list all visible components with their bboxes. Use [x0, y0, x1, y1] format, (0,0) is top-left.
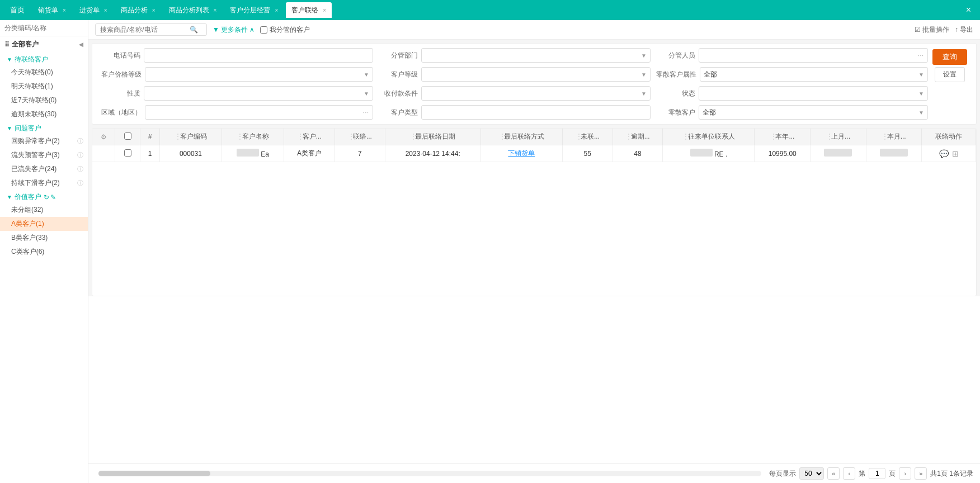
status-select[interactable]: ▼	[699, 86, 928, 101]
select-all-checkbox[interactable]	[124, 132, 131, 140]
dots-icon: ···	[363, 110, 369, 116]
query-button[interactable]: 查询	[932, 49, 967, 65]
sidebar-item-churned[interactable]: 已流失客户(24) ⓘ	[0, 162, 88, 176]
main-search-input[interactable]	[100, 26, 190, 34]
first-page-btn[interactable]: «	[827, 467, 840, 480]
row-index-cell: 1	[140, 145, 159, 162]
region-select[interactable]: ···	[145, 105, 373, 120]
my-customers-check[interactable]	[260, 26, 267, 34]
nav-tab-purchase[interactable]: 进货单 ×	[74, 2, 113, 18]
person-select[interactable]: ···	[699, 48, 928, 63]
row-last-way-cell[interactable]: 下销货单	[480, 145, 562, 162]
per-page-select[interactable]: 50	[799, 467, 824, 480]
nav-home[interactable]: 首页	[4, 3, 30, 17]
retail-attr-select[interactable]: 全部 ▼	[700, 67, 928, 82]
sidebar-item-declining[interactable]: 持续下滑客户(2) ⓘ	[0, 176, 88, 190]
close-icon[interactable]: ×	[152, 7, 156, 13]
masked-contacts	[690, 149, 713, 157]
nav-tab-analysis[interactable]: 商品分析 ×	[115, 2, 161, 18]
footer: 每页显示 50 « ‹ 第 页 › » 共1页 1条记录	[88, 463, 980, 483]
sidebar-item-tomorrow[interactable]: 明天待联络(1)	[0, 79, 88, 93]
next-page-btn[interactable]: ›	[899, 467, 911, 480]
dropdown-arrow-icon: ▼	[641, 91, 647, 97]
region-label: 区域（地区）	[101, 108, 142, 117]
my-customers-checkbox[interactable]: 我分管的客户	[260, 25, 310, 35]
page-input[interactable]	[869, 468, 885, 479]
sidebar-item-overdue[interactable]: 逾期未联络(30)	[0, 107, 88, 121]
search-input-wrap: 🔍	[95, 23, 207, 36]
sidebar-all-customers[interactable]: ⠿ 全部客户 ◀	[0, 36, 88, 53]
col-resizer[interactable]: ⋮	[576, 132, 579, 140]
close-icon[interactable]: ×	[275, 7, 278, 13]
nav-tab-customer-segment[interactable]: 客户分层经营 ×	[224, 2, 284, 18]
col-contact-count: ⋮ 联络...	[334, 129, 385, 145]
close-icon[interactable]: ×	[63, 7, 66, 13]
export-button[interactable]: ↑ 导出	[955, 25, 973, 35]
customer-type-select[interactable]	[421, 105, 651, 120]
data-table: ⚙ # ⋮ 客户编码 ⋮ 客户名称 ⋮ 客户...	[92, 129, 976, 162]
customer-level-select[interactable]: ▼	[421, 67, 651, 82]
sidebar-search-input[interactable]	[4, 24, 88, 32]
settings-button[interactable]: 设置	[935, 67, 965, 82]
sidebar-item-churn-warning[interactable]: 流失预警客户(3) ⓘ	[0, 148, 88, 162]
prev-page-btn[interactable]: ‹	[843, 467, 855, 480]
nav-tab-salesorder[interactable]: 销货单 ×	[32, 2, 72, 18]
row-this-year-cell: 10995.00	[755, 145, 811, 162]
retail-select[interactable]: 全部 ▼	[699, 105, 928, 120]
dept-select[interactable]: ▼	[421, 48, 651, 63]
close-icon[interactable]: ×	[104, 7, 107, 13]
phone-input[interactable]	[144, 48, 373, 63]
qr-icon[interactable]: ⊞	[952, 149, 959, 158]
col-resizer[interactable]: ⋮	[770, 132, 774, 140]
sidebar-group-pending[interactable]: ▼ 待联络客户	[0, 53, 88, 65]
contact-way-link[interactable]: 下销货单	[508, 149, 535, 157]
close-all-button[interactable]: ×	[962, 5, 976, 15]
sidebar-item-today[interactable]: 今天待联络(0)	[0, 65, 88, 79]
col-check	[115, 129, 140, 145]
close-icon[interactable]: ×	[323, 7, 326, 13]
sidebar-item-class-b[interactable]: B类客户(33)	[0, 231, 88, 245]
more-filters-button[interactable]: ▼ 更多条件 ∧	[213, 25, 255, 35]
col-resizer[interactable]: ⋮	[882, 132, 885, 140]
sidebar-item-7days[interactable]: 近7天待联络(0)	[0, 93, 88, 107]
message-icon[interactable]: 💬	[939, 149, 949, 158]
sidebar-item-class-a[interactable]: A类客户(1)	[0, 217, 88, 231]
edit-icon[interactable]: ✎	[50, 193, 56, 201]
col-resizer[interactable]: ⋮	[237, 132, 240, 140]
sidebar-item-repurchase-abnormal[interactable]: 回购异常客户(2) ⓘ	[0, 134, 88, 148]
col-resizer[interactable]: ⋮	[410, 132, 413, 140]
col-resizer[interactable]: ⋮	[625, 132, 629, 140]
price-level-select[interactable]: ▼	[145, 67, 373, 82]
filter-row-3: 性质 ▼ 收付款条件 ▼	[101, 86, 928, 101]
dropdown-arrow-icon: ▼	[641, 53, 647, 59]
col-gear[interactable]: ⚙	[92, 129, 115, 145]
nature-select[interactable]: ▼	[144, 86, 373, 101]
horizontal-scrollbar[interactable]	[98, 471, 761, 476]
nav-tab-customer-contact[interactable]: 客户联络 ×	[286, 2, 332, 18]
sidebar-group-problem[interactable]: ▼ 问题客户	[0, 121, 88, 134]
row-overdue-cell: 48	[613, 145, 663, 162]
gear-icon[interactable]: ⚙	[101, 133, 107, 141]
search-icon[interactable]: 🔍	[190, 26, 198, 34]
refresh-icon[interactable]: ↻	[44, 193, 49, 201]
retail-label: 零散客户	[656, 108, 695, 117]
nav-tab-analysis-list[interactable]: 商品分析列表 ×	[163, 2, 223, 18]
filter-row-2: 客户价格等级 ▼ 客户等级 ▼	[101, 67, 928, 82]
close-icon[interactable]: ×	[214, 7, 217, 13]
scrollbar-thumb[interactable]	[98, 471, 210, 476]
top-nav: 首页 销货单 × 进货单 × 商品分析 × 商品分析列表 × 客户分层经营 × …	[0, 0, 980, 20]
batch-operation-button[interactable]: ☑ 批量操作	[915, 25, 949, 35]
col-resizer[interactable]: ⋮	[175, 132, 178, 140]
col-resizer[interactable]: ⋮	[682, 132, 686, 140]
col-resizer[interactable]: ⋮	[348, 132, 351, 140]
col-resizer[interactable]: ⋮	[297, 132, 300, 140]
payment-select[interactable]: ▼	[421, 86, 651, 101]
row-name-cell[interactable]: Ea	[222, 145, 284, 162]
sidebar-item-ungrouped[interactable]: 未分组(32)	[0, 203, 88, 217]
row-checkbox[interactable]	[124, 149, 131, 157]
last-page-btn[interactable]: »	[915, 467, 927, 480]
sidebar-group-value[interactable]: ▼ 价值客户 ↻ ✎	[0, 190, 88, 203]
sidebar-item-class-c[interactable]: C类客户(6)	[0, 245, 88, 259]
col-resizer[interactable]: ⋮	[499, 132, 502, 140]
col-resizer[interactable]: ⋮	[826, 132, 830, 140]
